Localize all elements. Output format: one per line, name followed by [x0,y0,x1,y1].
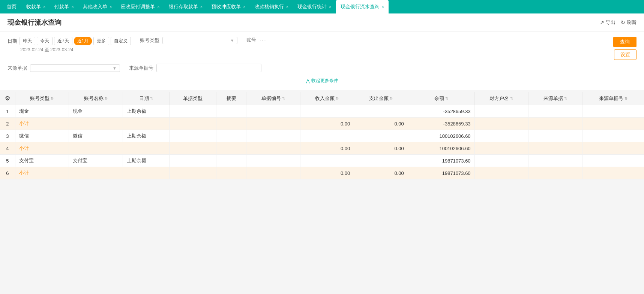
export-button[interactable]: ↗ 导出 [600,19,615,26]
cell-income: 0.00 [300,118,354,130]
th-account-type[interactable]: 账号类型 ⇅ [15,92,69,105]
chevron-down-icon: ▼ [230,38,234,43]
cell-source_doc [528,155,582,167]
source-doc-no-input[interactable] [156,64,261,72]
cell-counterpart [474,142,528,155]
cell-balance: -3528659.33 [408,118,474,130]
close-tab-2-icon[interactable]: × [110,4,112,9]
query-button[interactable]: 查询 [613,37,636,47]
chevron-down-icon-2: ▼ [113,66,117,70]
cell-balance: 19871073.60 [408,155,474,167]
th-source-doc-no[interactable]: 来源单据号 ⇅ [582,92,644,105]
cell-index: 3 [0,130,15,142]
nav-tab-yinhangdan[interactable]: 银行存取款单 × [164,0,207,13]
account-more-icon[interactable]: ··· [259,37,266,43]
cell-source_doc_no [582,118,644,130]
cell-summary [216,130,246,142]
collapse-up-icon: ⋀ [306,78,310,84]
nav-home[interactable]: 首页 [2,3,22,10]
date-btn-7days[interactable]: 近7天 [54,37,72,45]
top-navigation: 首页 收款单 × 付款单 × 其他收入单 × 应收应付调整单 × 银行存取款单 … [0,0,644,13]
cell-summary [216,105,246,118]
th-doc-type: 单据类型 [170,92,216,105]
close-tab-3-icon[interactable]: × [157,4,159,9]
source-doc-filter-group: 来源单据 ▼ [8,64,120,72]
nav-tab-yingshoudan[interactable]: 应收应付调整单 × [116,0,164,13]
th-account-name[interactable]: 账号名称 ⇅ [69,92,123,105]
th-expense[interactable]: 支出金额 ⇅ [354,92,408,105]
cell-doc_type [170,142,216,155]
close-tab-4-icon[interactable]: × [200,4,203,9]
nav-tab-fukuandan[interactable]: 付款单 × [50,0,78,13]
th-date[interactable]: 日期 ⇅ [123,92,170,105]
refresh-icon: ↻ [621,19,625,25]
date-btn-yesterday[interactable]: 昨天 [20,37,35,45]
nav-tab-liushui[interactable]: 现金银行流水查询 × [336,0,389,13]
cell-counterpart [474,118,528,130]
close-tab-6-icon[interactable]: × [286,4,288,9]
close-tab-1-icon[interactable]: × [71,4,74,9]
table-row: 6小计0.000.0019871073.60 [0,167,644,179]
date-btn-more[interactable]: 更多 [93,37,109,45]
th-source-doc[interactable]: 来源单据 ⇅ [528,92,582,105]
close-tab-5-icon[interactable]: × [243,4,245,9]
cell-account_type: 支付宝 [15,155,69,167]
cell-date: 上期余额 [123,105,170,118]
settings-button[interactable]: 设置 [614,49,636,60]
th-doc-no[interactable]: 单据编号 ⇅ [246,92,300,105]
date-btn-today[interactable]: 今天 [37,37,53,45]
cell-index: 6 [0,167,15,179]
sort-icon-income: ⇅ [336,96,339,100]
collapse-filter-bar[interactable]: ⋀ 收起更多条件 [8,75,636,86]
nav-tab-xianjintongji[interactable]: 现金银行统计 × [293,0,336,13]
data-table: ⚙ 账号类型 ⇅ 账号名称 ⇅ 日期 [0,92,644,179]
cell-expense [354,105,408,118]
table-body: 1现金现金上期余额-3528659.332小计0.000.00-3528659.… [0,105,644,179]
cell-counterpart [474,105,528,118]
cell-account_name: 支付宝 [69,155,123,167]
close-tab-7-icon[interactable]: × [329,4,331,9]
source-doc-select[interactable]: ▼ [30,64,120,72]
cell-account_name [69,167,123,179]
cell-source_doc_no [582,155,644,167]
cell-date [123,118,170,130]
source-doc-no-label: 来源单据号 [129,65,153,72]
nav-tab-shoukuandan[interactable]: 收款单 × [22,0,50,13]
cell-summary [216,118,246,130]
refresh-button[interactable]: ↻ 刷新 [621,19,636,26]
nav-tab-shoukuanhexiao[interactable]: 收款核销执行 × [250,0,293,13]
cell-counterpart [474,155,528,167]
nav-tab-qitadan[interactable]: 其他收入单 × [78,0,116,13]
date-btn-1month[interactable]: 近1月 [74,37,92,45]
page-title: 现金银行流水查询 [8,18,62,27]
date-btn-custom[interactable]: 自定义 [111,37,131,45]
sort-icon-account-type: ⇅ [51,96,54,100]
cell-summary [216,155,246,167]
cell-income: 0.00 [300,167,354,179]
th-income[interactable]: 收入金额 ⇅ [300,92,354,105]
sort-icon-date: ⇅ [150,96,153,100]
gear-settings-icon[interactable]: ⚙ [5,95,10,101]
export-icon: ↗ [600,19,604,25]
cell-account_name [69,142,123,155]
cell-income [300,105,354,118]
cell-expense: 0.00 [354,118,408,130]
th-balance[interactable]: 余额 ⇅ [408,92,474,105]
date-filter-label: 日期 [8,38,17,45]
cell-doc_type [170,118,216,130]
th-counterpart[interactable]: 对方户名 ⇅ [474,92,528,105]
cell-expense [354,155,408,167]
account-type-select[interactable]: ▼ [162,37,237,44]
data-table-wrapper: ⚙ 账号类型 ⇅ 账号名称 ⇅ 日期 [0,92,644,179]
cell-source_doc [528,118,582,130]
close-tab-8-icon[interactable]: × [382,4,384,9]
cell-index: 5 [0,155,15,167]
cell-index: 4 [0,142,15,155]
cell-doc_no [246,142,300,155]
table-row: 1现金现金上期余额-3528659.33 [0,105,644,118]
nav-tab-yushoudan[interactable]: 预收冲应收单 × [207,0,250,13]
close-tab-0-icon[interactable]: × [43,4,45,9]
cell-summary [216,167,246,179]
cell-doc_no [246,105,300,118]
th-settings[interactable]: ⚙ [0,92,15,105]
